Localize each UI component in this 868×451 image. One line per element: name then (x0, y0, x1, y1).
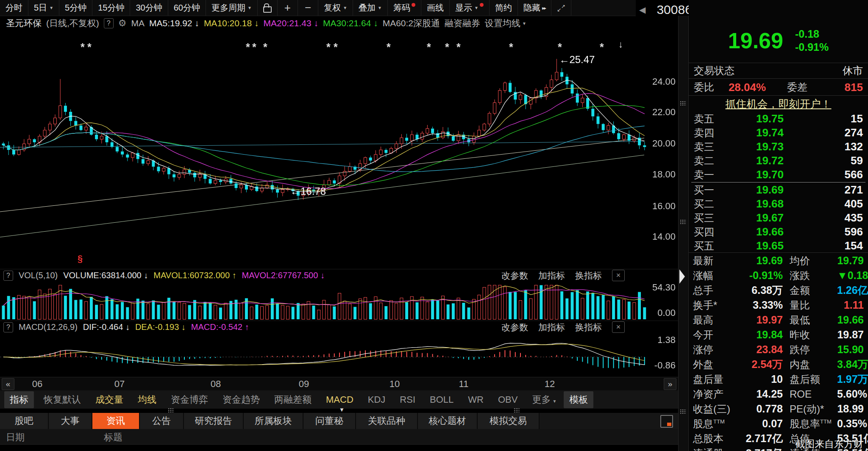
toolbar-item-lock[interactable] (258, 0, 278, 16)
bottom-tab-研究报告[interactable]: 研究报告 (184, 413, 244, 429)
event-marker-icon[interactable]: * (326, 42, 331, 53)
panel-divider[interactable] (678, 16, 689, 451)
indicator-tab-资金博弈[interactable]: 资金博弈 (164, 393, 215, 406)
indicator-tab-WR[interactable]: WR (461, 394, 491, 405)
macd-chart[interactable] (0, 334, 678, 376)
toolbar-item-chips[interactable]: 筹码 (388, 0, 421, 16)
help-icon[interactable]: ? (3, 271, 13, 281)
link-margin-trading[interactable]: 融资融券 (445, 17, 480, 29)
bottom-tab-所属板块[interactable]: 所属板块 (244, 413, 303, 429)
toolbar-item-more-periods[interactable]: 更多周期▼ (206, 0, 258, 16)
toolbar-item-adjust-price[interactable]: 复权▼ (318, 0, 353, 16)
link-shengutong[interactable]: 深股通 (413, 17, 440, 29)
event-marker-icon[interactable]: * (334, 42, 338, 53)
toolbar-item-simple-mode[interactable]: 简约 (490, 0, 518, 16)
toolbar-item-60min[interactable]: 60分钟 (168, 0, 206, 16)
multi-window-icon[interactable] (660, 415, 673, 428)
event-marker-icon[interactable]: * (387, 42, 391, 53)
bottom-tab-核心题材[interactable]: 核心题材 (418, 413, 478, 429)
collapse-panel-arrow-icon[interactable] (679, 269, 685, 284)
toolbar-item-zoom-out[interactable]: − (298, 0, 318, 16)
help-icon[interactable]: ? (104, 18, 114, 28)
link-ma-settings[interactable]: 设置均线 (485, 17, 520, 29)
toolbar-item-five-day[interactable]: 5日▼ (28, 0, 59, 16)
toolbar-item-draw-line[interactable]: 画线 (421, 0, 450, 16)
pane-action-1[interactable]: 加指标 (538, 270, 565, 282)
indicator-tab-KDJ[interactable]: KDJ (361, 394, 393, 405)
stat-value: 1.11 (837, 299, 864, 311)
gear-icon[interactable]: ⚙ (118, 18, 127, 29)
toolbar-item-fullscreen[interactable]: ↗↙ (551, 0, 571, 16)
event-marker-icon[interactable]: * (509, 42, 513, 53)
bottom-tab-股吧[interactable]: 股吧 (0, 413, 49, 429)
drag-handle-icon[interactable] (680, 409, 686, 414)
event-marker-icon[interactable]: * (246, 42, 250, 53)
help-icon[interactable]: ? (3, 322, 13, 332)
indicator-tab-指标[interactable]: 指标 (4, 391, 34, 408)
prev-stock-arrow-icon[interactable]: ◀ (639, 5, 645, 15)
stat-label: 昨收 (783, 328, 837, 342)
event-marker-icon[interactable]: * (427, 42, 431, 53)
indicator-tab-资金趋势[interactable]: 资金趋势 (215, 393, 267, 406)
down-arrow-marker-icon[interactable]: ↓ (618, 39, 623, 50)
drag-handle-icon[interactable] (514, 408, 520, 413)
toolbar-item-30min[interactable]: 30分钟 (130, 0, 168, 16)
bottom-tab-问董秘[interactable]: 问董秘 (303, 413, 356, 429)
pane-action-0[interactable]: 改参数 (501, 270, 528, 282)
month-label: 11 (451, 379, 476, 390)
bottom-tab-关联品种[interactable]: 关联品种 (356, 413, 418, 429)
pane-action-2[interactable]: 换指标 (575, 321, 602, 333)
drag-handle-icon[interactable] (168, 408, 174, 413)
bottom-tab-模拟交易[interactable]: 模拟交易 (478, 413, 540, 429)
toolbar-item-5min[interactable]: 5分钟 (59, 0, 92, 16)
event-marker-icon[interactable]: * (600, 42, 604, 53)
indicator-tab-成交量[interactable]: 成交量 (88, 393, 131, 406)
event-marker-icon[interactable]: * (445, 42, 449, 53)
indicator-tab-OBV[interactable]: OBV (491, 394, 525, 405)
stat-row: 涨停23.84跌停15.90 (689, 342, 868, 357)
indicator-tab-MACD[interactable]: MACD (319, 394, 361, 405)
toolbar-item-overlay[interactable]: 叠加▼ (353, 0, 388, 16)
event-marker-icon[interactable]: * (81, 42, 85, 53)
stat-label: 涨幅 (693, 269, 738, 282)
toolbar-item-15min[interactable]: 15分钟 (92, 0, 130, 16)
stat-value: 1.26亿 (837, 283, 868, 297)
event-marker-icon[interactable]: * (87, 42, 92, 53)
collapse-chevron-icon[interactable]: ▼ (339, 407, 345, 413)
indicator-tab-BOLL[interactable]: BOLL (423, 394, 461, 405)
close-pane-icon[interactable]: × (612, 270, 625, 281)
indicator-tab-恢复默认[interactable]: 恢复默认 (36, 393, 88, 406)
drag-handle-icon[interactable] (680, 101, 686, 106)
close-pane-icon[interactable]: × (612, 321, 625, 333)
indicator-tab-RSI[interactable]: RSI (392, 394, 423, 405)
event-marker-icon[interactable]: * (252, 42, 256, 53)
stat-value: 10 (738, 373, 783, 385)
stat-value: 18.99 (837, 403, 864, 415)
pane-action-1[interactable]: 加指标 (538, 321, 565, 333)
bottom-tab-大事[interactable]: 大事 (49, 413, 92, 429)
bottom-tab-资讯[interactable]: 资讯 (92, 413, 140, 429)
level-price: 19.66 (723, 225, 784, 238)
event-marker-icon[interactable]: * (456, 42, 461, 53)
event-marker-icon[interactable]: * (558, 42, 562, 53)
pane-action-0[interactable]: 改参数 (501, 321, 528, 333)
level-label: 买二 (694, 197, 723, 211)
dividend-marker-icon[interactable]: § (78, 253, 83, 264)
indicator-tab-模板[interactable]: 模板 (564, 391, 593, 408)
bottom-tab-公告[interactable]: 公告 (140, 413, 184, 429)
toolbar-item-minute-chart[interactable]: 分时 (0, 0, 28, 16)
open-account-ad-link[interactable]: 抓住机会，即刻开户！ (689, 97, 868, 111)
toolbar-item-display[interactable]: 显示▼ (450, 0, 490, 16)
volume-chart[interactable] (0, 282, 678, 320)
scroll-right-icon[interactable]: » (664, 378, 676, 390)
pane-action-2[interactable]: 换指标 (575, 270, 602, 282)
drag-handle-icon[interactable] (680, 219, 686, 224)
indicator-tab-更多[interactable]: 更多▼ (525, 393, 564, 406)
toolbar-item-hide[interactable]: 隐藏▸▸ (518, 0, 551, 16)
candlestick-chart[interactable] (0, 30, 678, 268)
indicator-tab-两融差额[interactable]: 两融差额 (267, 393, 319, 406)
indicator-tab-均线[interactable]: 均线 (131, 393, 164, 406)
scroll-left-icon[interactable]: « (2, 378, 14, 390)
toolbar-item-zoom-in[interactable]: + (278, 0, 298, 16)
event-marker-icon[interactable]: * (263, 42, 267, 53)
